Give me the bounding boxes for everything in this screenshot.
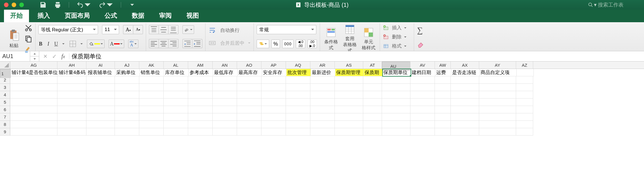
increase-font-button[interactable]: A▴ (123, 25, 133, 34)
row-header-1[interactable]: 1 (0, 69, 11, 78)
cell[interactable] (164, 106, 188, 113)
cell[interactable]: 保质期 (364, 69, 383, 76)
cell[interactable] (139, 128, 164, 136)
cell[interactable] (261, 121, 286, 128)
cell[interactable] (363, 91, 382, 99)
percent-button[interactable]: % (271, 40, 280, 48)
cell[interactable]: 最新进价 (311, 69, 335, 76)
column-header-AK[interactable]: AK (139, 62, 164, 69)
column-header-AR[interactable]: AR (310, 62, 335, 69)
cell[interactable] (164, 121, 188, 128)
font-name-select[interactable] (38, 25, 98, 34)
cell[interactable] (516, 91, 533, 99)
close-window-button[interactable] (4, 3, 9, 7)
cell[interactable] (139, 91, 164, 99)
cell[interactable] (410, 106, 435, 113)
cell[interactable] (115, 76, 139, 84)
row-header-7[interactable]: 7 (0, 113, 10, 121)
cell[interactable] (363, 113, 382, 121)
cell[interactable] (10, 76, 57, 84)
cell[interactable] (286, 106, 310, 113)
row-header-9[interactable]: 9 (0, 128, 10, 136)
cell[interactable] (382, 106, 410, 113)
row-header-5[interactable]: 5 (0, 99, 10, 106)
cell[interactable] (237, 84, 261, 91)
increase-indent-button[interactable] (192, 39, 202, 48)
cell[interactable] (516, 76, 533, 84)
cell[interactable] (139, 84, 164, 91)
format-as-table-button[interactable]: 套用 表格格式 (342, 24, 358, 54)
italic-button[interactable]: I (47, 41, 50, 47)
column-header-AO[interactable]: AO (237, 62, 261, 69)
cell[interactable] (115, 91, 139, 99)
cell[interactable] (479, 128, 516, 136)
cell[interactable] (310, 84, 335, 91)
cell[interactable]: 辅计量4条码 (58, 69, 87, 76)
cell[interactable] (10, 128, 57, 136)
cell[interactable] (310, 128, 335, 136)
borders-button[interactable] (69, 40, 77, 48)
cell[interactable] (237, 106, 261, 113)
cell[interactable]: 保质期单位 (383, 69, 411, 76)
tab-page-layout[interactable]: 页面布局 (59, 9, 96, 22)
cell[interactable] (310, 121, 335, 128)
cell[interactable]: 最低库存 (213, 69, 238, 76)
enter-formula-button[interactable]: ✓ (52, 53, 57, 60)
tab-review[interactable]: 审阅 (153, 9, 178, 22)
column-header-AY[interactable]: AY (479, 62, 516, 69)
cell[interactable] (451, 91, 479, 99)
font-color-button[interactable]: A (109, 40, 124, 48)
cell[interactable] (451, 106, 479, 113)
cell[interactable] (435, 84, 451, 91)
cell[interactable] (237, 91, 261, 99)
align-middle-button[interactable] (159, 25, 169, 34)
cell[interactable] (286, 99, 310, 106)
row-header-3[interactable]: 3 (0, 84, 10, 91)
column-header-AI[interactable]: AI (86, 62, 115, 69)
cell[interactable] (335, 99, 363, 106)
cell[interactable] (237, 121, 261, 128)
cell[interactable] (310, 76, 335, 84)
row-header-8[interactable]: 8 (0, 121, 10, 128)
cell[interactable] (286, 121, 310, 128)
column-header-AT[interactable]: AT (363, 62, 382, 69)
cell-styles-button[interactable]: 单元 格样式 (360, 27, 377, 51)
cell[interactable] (363, 121, 382, 128)
cell[interactable] (86, 84, 115, 91)
conditional-formatting-button[interactable]: 条件格式 (323, 27, 339, 51)
cell[interactable] (516, 121, 533, 128)
name-box[interactable]: AU1 (0, 51, 30, 61)
cell[interactable]: 保质期管理 (335, 69, 364, 76)
cell[interactable] (86, 128, 115, 136)
cell[interactable] (115, 121, 139, 128)
cell[interactable] (213, 99, 237, 106)
cell[interactable] (363, 76, 382, 84)
cell[interactable] (435, 113, 451, 121)
cell[interactable] (188, 121, 213, 128)
cell[interactable] (382, 91, 410, 99)
cell[interactable] (435, 106, 451, 113)
cell[interactable] (435, 99, 451, 106)
cell[interactable] (164, 76, 188, 84)
cell[interactable] (115, 99, 139, 106)
cell[interactable] (382, 99, 410, 106)
cell[interactable] (86, 113, 115, 121)
chevron-down-icon[interactable] (128, 1, 136, 9)
column-header-AG[interactable]: AG (10, 62, 57, 69)
cell[interactable]: 采购单位 (115, 69, 140, 76)
tab-data[interactable]: 数据 (126, 9, 151, 22)
wrap-text-button[interactable]: 自动换行 (220, 27, 240, 34)
column-header-AJ[interactable]: AJ (115, 62, 139, 69)
tab-formulas[interactable]: 公式 (98, 9, 123, 22)
cell[interactable] (139, 99, 164, 106)
copy-button[interactable] (24, 35, 32, 43)
cell[interactable] (335, 128, 363, 136)
cell[interactable]: 销售单位 (140, 69, 164, 76)
cell[interactable] (479, 76, 516, 84)
cell[interactable] (188, 84, 213, 91)
column-header-AH[interactable]: AH (57, 62, 86, 69)
cell[interactable]: 辅计量4是否包装单位 (11, 69, 58, 76)
cell[interactable] (435, 121, 451, 128)
autosum-button[interactable]: ∑ (417, 26, 423, 35)
cell[interactable] (57, 106, 86, 113)
